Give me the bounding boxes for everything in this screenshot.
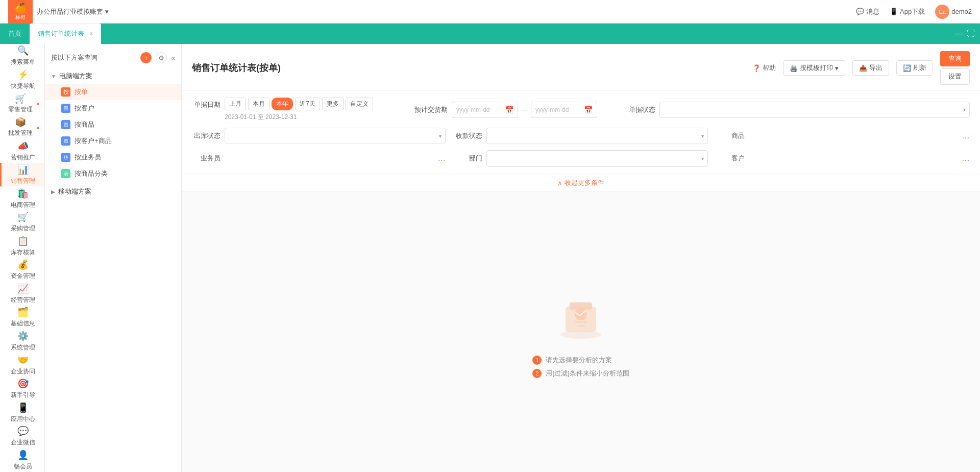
settings-btn[interactable]: 设置 xyxy=(940,68,970,85)
pc-scheme-group-title[interactable]: ▼ 电脑端方案 xyxy=(45,68,181,84)
salesperson-label: 业务员 xyxy=(192,154,220,163)
collapse-icon: ∧ xyxy=(557,179,562,187)
scheme-icon-按商品分类: 表 xyxy=(61,169,70,178)
collection-select-wrapper: ▾ xyxy=(486,128,707,144)
expected-date-inputs: yyyy-mm-dd 📅 — yyyy-mm-dd 📅 xyxy=(452,102,597,118)
sidebar-item-retail[interactable]: 🛒 零售管理 ▲ xyxy=(0,91,44,115)
scheme-item-按单[interactable]: 按 按单 xyxy=(45,84,181,100)
content-area: 按以下方案查询 + ⚙ « ▼ 电脑端方案 按 按单 图 按客户 xyxy=(45,44,980,472)
scheme-label-按单: 按单 xyxy=(75,87,88,97)
sidebar-item-enterprise[interactable]: 🤝 企业协同 xyxy=(0,353,44,377)
sidebar-item-sales[interactable]: 📊 销售管理 xyxy=(0,163,44,187)
download-btn[interactable]: 📱 App下载 xyxy=(890,7,925,16)
expected-date-end[interactable]: yyyy-mm-dd 📅 xyxy=(531,102,597,118)
download-icon: 📱 xyxy=(890,8,898,15)
sidebar-item-purchase[interactable]: 🛒 采购管理 xyxy=(0,210,44,234)
date-btn-this-month[interactable]: 本月 xyxy=(248,98,270,110)
collection-select[interactable] xyxy=(486,128,707,144)
system-icon: ⚙️ xyxy=(17,331,29,342)
tab-home[interactable]: 首页 xyxy=(0,23,30,44)
app-selector[interactable]: 办公用品行业模拟账套 ▾ xyxy=(37,7,109,16)
collapse-bar[interactable]: ∧ 收起更多条件 xyxy=(182,174,980,192)
scheme-item-按业务员[interactable]: 柱 按业务员 xyxy=(45,149,181,166)
scheme-icon-按业务员: 柱 xyxy=(61,153,70,162)
avatar-text: Ea xyxy=(939,9,946,15)
scheme-item-按商品[interactable]: 图 按商品 xyxy=(45,116,181,133)
export-label: 导出 xyxy=(869,63,883,73)
tab-close-btn[interactable]: × xyxy=(89,30,93,37)
main-layout: 🔍 搜索菜单 ⚡ 快捷导航 🛒 零售管理 ▲ 📦 批发管理 ▲ 📣 营销推广 xyxy=(0,44,980,472)
sidebar-item-marketing[interactable]: 📣 营销推广 xyxy=(0,139,44,163)
sidebar-item-quick-nav[interactable]: ⚡ 快捷导航 xyxy=(0,68,44,92)
expected-date-label: 预计交货期 xyxy=(414,105,448,114)
sidebar-item-inventory-label: 库存核算 xyxy=(11,248,35,257)
goods-more-btn[interactable]: … xyxy=(962,131,970,140)
sidebar-item-appstore[interactable]: 📱 应用中心 xyxy=(0,400,44,424)
scheme-item-按客户[interactable]: 图 按客户 xyxy=(45,100,181,116)
sidebar-item-wechat[interactable]: 💬 企业微信 xyxy=(0,424,44,449)
sidebar-item-enterprise-label: 企业协同 xyxy=(11,367,35,376)
wholesale-arrow: ▲ xyxy=(36,125,40,130)
date-start-placeholder: yyyy-mm-dd xyxy=(456,106,489,113)
retail-icon: 🛒 xyxy=(15,93,26,104)
sidebar-item-inventory[interactable]: 📋 库存核算 xyxy=(0,234,44,258)
status-select-wrapper: ▾ xyxy=(659,102,970,118)
sidebar-item-basic[interactable]: 🗂️ 基础信息 xyxy=(0,305,44,329)
sidebar-item-wholesale[interactable]: 📦 批发管理 ▲ xyxy=(0,115,44,139)
sidebar-item-ecommerce[interactable]: 🛍️ 电商管理 xyxy=(0,186,44,210)
filter-area: 单据日期 上月 本月 本年 近7天 更多 自定义 2023-01-01 至 20… xyxy=(182,90,980,174)
mobile-scheme-group: ▶ 移动端方案 xyxy=(45,184,181,199)
customer-more-btn[interactable]: … xyxy=(962,154,970,163)
sidebar-item-search[interactable]: 🔍 搜索菜单 xyxy=(0,44,44,68)
left-panel-actions: + ⚙ « xyxy=(140,52,175,63)
scheme-item-按客户+商品[interactable]: 图 按客户+商品 xyxy=(45,133,181,149)
sidebar-item-system[interactable]: ⚙️ 系统管理 xyxy=(0,329,44,353)
salesperson-more-btn[interactable]: … xyxy=(437,154,446,163)
help-btn[interactable]: ❓ 帮助 xyxy=(752,63,776,73)
logo-icon: 🍊 xyxy=(15,3,26,14)
query-btn[interactable]: 查询 xyxy=(940,51,970,66)
message-btn[interactable]: 💬 消息 xyxy=(856,7,879,16)
sidebar-item-ops[interactable]: 📈 经营管理 xyxy=(0,282,44,306)
sidebar-item-retail-label: 零售管理 xyxy=(8,105,33,114)
sidebar-item-finance[interactable]: 💰 资金管理 xyxy=(0,258,44,282)
dept-select[interactable] xyxy=(486,150,707,167)
status-select[interactable] xyxy=(659,102,970,118)
ecommerce-icon: 🛍️ xyxy=(17,188,29,199)
date-btn-more[interactable]: 更多 xyxy=(322,98,344,110)
scheme-item-按商品分类[interactable]: 表 按商品分类 xyxy=(45,166,181,182)
mobile-scheme-group-title[interactable]: ▶ 移动端方案 xyxy=(45,184,181,199)
collapse-panel-btn[interactable]: « xyxy=(171,54,175,62)
refresh-btn[interactable]: 🔄 刷新 xyxy=(896,60,933,76)
outbound-select[interactable] xyxy=(225,128,446,144)
search-icon: 🔍 xyxy=(17,45,29,56)
sidebar-item-member[interactable]: 👤 畅会员 xyxy=(0,449,44,472)
user-area[interactable]: Ea demo2 xyxy=(935,5,972,19)
add-scheme-btn[interactable]: + xyxy=(140,52,152,63)
window-minimize-btn[interactable]: — xyxy=(954,29,963,38)
date-btn-7days[interactable]: 近7天 xyxy=(295,98,320,110)
date-btn-custom[interactable]: 自定义 xyxy=(346,98,373,110)
export-btn[interactable]: 📤 导出 xyxy=(852,60,889,76)
sidebar-item-wechat-label: 企业微信 xyxy=(11,438,35,447)
retail-arrow: ▲ xyxy=(36,101,40,106)
window-maximize-btn[interactable]: ⛶ xyxy=(967,29,975,38)
appstore-icon: 📱 xyxy=(17,402,29,413)
tab-sales-order[interactable]: 销售订单统计表 × xyxy=(30,23,101,44)
message-label: 消息 xyxy=(866,7,879,16)
svg-point-3 xyxy=(575,308,587,320)
wechat-icon: 💬 xyxy=(17,426,29,437)
settings-scheme-btn[interactable]: ⚙ xyxy=(156,52,167,63)
message-icon: 💬 xyxy=(856,8,864,15)
expected-date-start[interactable]: yyyy-mm-dd 📅 xyxy=(452,102,518,118)
sidebar-item-wholesale-label: 批发管理 xyxy=(8,129,33,137)
date-btn-last-month[interactable]: 上月 xyxy=(225,98,246,110)
sidebar-item-newbie[interactable]: 🎯 新手引导 xyxy=(0,377,44,401)
date-label: 单据日期 xyxy=(192,98,220,109)
mobile-group-triangle: ▶ xyxy=(51,189,55,195)
pc-group-label: 电脑端方案 xyxy=(59,72,92,81)
date-btn-this-year[interactable]: 本年 xyxy=(272,98,293,110)
wholesale-icon: 📦 xyxy=(15,116,26,128)
dept-select-wrapper: ▾ xyxy=(486,150,707,167)
print-btn[interactable]: 🖨️ 按模板打印 ▾ xyxy=(783,60,845,76)
